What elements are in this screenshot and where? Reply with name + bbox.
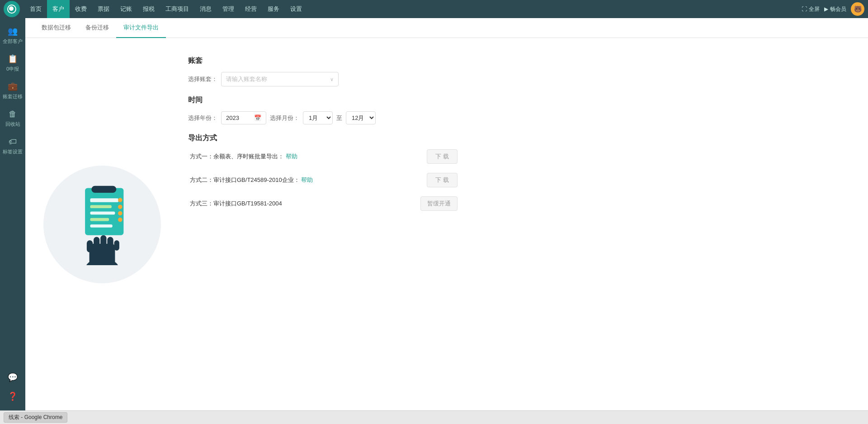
sidebar: 👥 全部客户 📋 0申报 💼 账套迁移 🗑 回收站 🏷 标签设置 💬 ❓ (0, 18, 25, 410)
account-placeholder: 请输入账套名称 (226, 75, 267, 83)
svg-rect-9 (90, 198, 118, 202)
export-method-2: 方式二：审计接口GB/T24589-2010企业： 帮助 下 载 (188, 173, 459, 187)
nav-home[interactable]: 首页 (24, 0, 47, 18)
svg-rect-10 (90, 205, 111, 208)
messages-icon: 💬 (8, 372, 18, 382)
help-icon: ❓ (8, 391, 18, 401)
audit-illustration (66, 184, 138, 265)
time-row: 选择年份： 2023 📅 选择月份： 1月2月3月4月 5月6月7月8月 9月1… (188, 111, 459, 124)
avatar[interactable]: 🐻 (851, 2, 864, 16)
svg-rect-11 (90, 211, 115, 214)
svg-rect-3 (94, 237, 99, 250)
nav-bookkeeping[interactable]: 记账 (115, 0, 137, 18)
nav-invoices[interactable]: 票据 (92, 0, 115, 18)
time-section-title: 时间 (188, 95, 459, 105)
nav-manage[interactable]: 管理 (217, 0, 240, 18)
svg-rect-13 (90, 224, 112, 228)
export-method-2-help-link[interactable]: 帮助 (301, 176, 313, 183)
sidebar-bottom: 💬 ❓ (0, 368, 25, 410)
account-select[interactable]: 请输入账套名称 ∨ (221, 72, 339, 86)
illustration-circle (43, 166, 161, 283)
fullscreen-icon: ⛶ (802, 6, 807, 12)
top-navigation: 首页 客户 收费 票据 记账 报税 工商项目 消息 管理 经营 服务 设置 ⛶ … (0, 0, 868, 18)
tag-settings-icon: 🏷 (8, 137, 18, 147)
nav-messages[interactable]: 消息 (194, 0, 217, 18)
export-method-1-text: 方式一：余额表、序时账批量导出： 帮助 (190, 152, 297, 161)
svg-point-15 (118, 205, 122, 209)
nav-settings[interactable]: 设置 (285, 0, 307, 18)
account-migration-icon: 💼 (8, 81, 18, 91)
svg-rect-12 (90, 218, 109, 221)
month-end-select[interactable]: 1月2月3月4月 5月6月7月8月 9月10月11月12月 (346, 111, 376, 124)
taskbar: 线索 - Google Chrome (0, 410, 868, 424)
form-area: 账套 选择账套： 请输入账套名称 ∨ 时间 选择年份： 2023 � (188, 52, 459, 397)
month-start-select[interactable]: 1月2月3月4月 5月6月7月8月 9月10月11月12月 (303, 111, 333, 124)
tab-audit-export[interactable]: 审计文件导出 (116, 18, 166, 38)
main-wrapper: 👥 全部客户 📋 0申报 💼 账套迁移 🗑 回收站 🏷 标签设置 💬 ❓ (0, 18, 868, 410)
member-button[interactable]: ▶ 畅会员 (824, 5, 846, 13)
export-method-1: 方式一：余额表、序时账批量导出： 帮助 下 载 (188, 149, 459, 164)
nav-right: ⛶ 全屏 ▶ 畅会员 🐻 (802, 2, 864, 16)
recycle-icon: 🗑 (8, 109, 18, 119)
to-text: 至 (336, 114, 342, 122)
sidebar-item-account-migration[interactable]: 💼 账套迁移 (0, 77, 25, 105)
nav-services[interactable]: 服务 (262, 0, 285, 18)
svg-point-16 (118, 211, 122, 215)
app-logo[interactable] (4, 1, 20, 17)
svg-rect-8 (91, 186, 116, 192)
zero-declare-icon: 📋 (8, 54, 18, 64)
taskbar-chrome-item[interactable]: 线索 - Google Chrome (4, 412, 67, 423)
nav-fees[interactable]: 收费 (70, 0, 92, 18)
tabs-bar: 数据包迁移 备份迁移 审计文件导出 (25, 18, 868, 38)
svg-point-14 (118, 198, 122, 202)
export-method-3: 方式三：审计接口GB/T19581-2004 暂缓开通 (188, 196, 459, 211)
sidebar-item-recycle[interactable]: 🗑 回收站 (0, 105, 25, 132)
account-section-title: 账套 (188, 56, 459, 66)
year-label: 选择年份： (188, 114, 217, 122)
member-icon: ▶ (824, 6, 828, 12)
sidebar-item-messages[interactable]: 💬 (0, 368, 25, 387)
export-method-3-text: 方式三：审计接口GB/T19581-2004 (190, 200, 282, 208)
sidebar-item-help[interactable]: ❓ (0, 387, 25, 406)
svg-rect-6 (114, 240, 119, 251)
nav-business[interactable]: 工商项目 (160, 0, 194, 18)
account-row: 选择账套： 请输入账套名称 ∨ (188, 72, 459, 86)
svg-rect-2 (87, 240, 93, 252)
svg-point-17 (118, 217, 122, 221)
page-content: 账套 选择账套： 请输入账套名称 ∨ 时间 选择年份： 2023 � (25, 38, 868, 410)
nav-operations[interactable]: 经营 (240, 0, 262, 18)
tab-backup-migration[interactable]: 备份迁移 (78, 18, 116, 38)
export-method-2-text: 方式二：审计接口GB/T24589-2010企业： 帮助 (190, 176, 313, 184)
sidebar-item-tag-settings[interactable]: 🏷 标签设置 (0, 132, 25, 160)
calendar-icon: 📅 (254, 114, 261, 121)
all-clients-icon: 👥 (8, 26, 18, 36)
content-area: 数据包迁移 备份迁移 审计文件导出 (25, 18, 868, 410)
sidebar-item-all-clients[interactable]: 👥 全部客户 (0, 22, 25, 49)
year-input[interactable]: 2023 📅 (221, 111, 266, 124)
month-label: 选择月份： (270, 114, 299, 122)
chevron-down-icon: ∨ (330, 76, 334, 82)
export-method-2-download-button[interactable]: 下 载 (427, 173, 458, 187)
nav-clients[interactable]: 客户 (47, 0, 70, 18)
illustration-area (43, 52, 161, 397)
account-label: 选择账套： (188, 75, 217, 83)
nav-tax[interactable]: 报税 (137, 0, 160, 18)
svg-rect-4 (100, 235, 106, 250)
svg-rect-5 (107, 237, 113, 249)
nav-items: 首页 客户 收费 票据 记账 报税 工商项目 消息 管理 经营 服务 设置 (24, 0, 802, 18)
export-section-title: 导出方式 (188, 133, 459, 143)
fullscreen-button[interactable]: ⛶ 全屏 (802, 5, 820, 13)
export-method-1-help-link[interactable]: 帮助 (286, 153, 297, 160)
sidebar-item-zero-declare[interactable]: 📋 0申报 (0, 49, 25, 77)
tab-data-migration[interactable]: 数据包迁移 (34, 18, 78, 38)
export-method-1-download-button[interactable]: 下 载 (427, 149, 458, 164)
export-method-3-open-button[interactable]: 暂缓开通 (420, 196, 458, 211)
